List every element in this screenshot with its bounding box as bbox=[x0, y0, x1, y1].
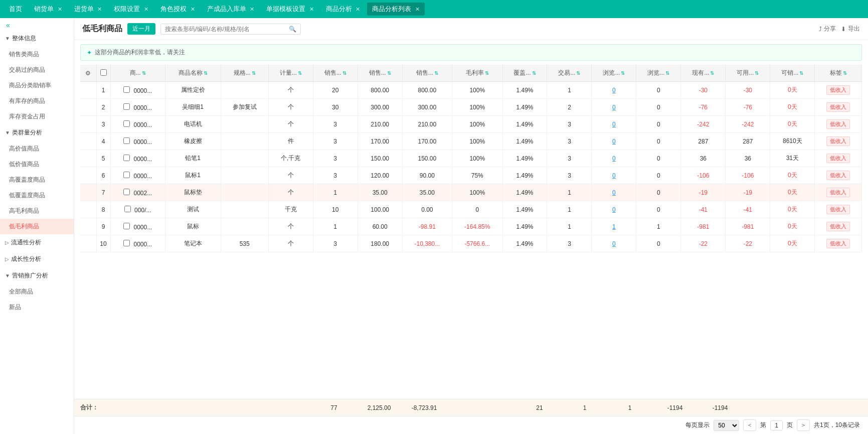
share-btn[interactable]: ⤴ 分享 bbox=[819, 25, 836, 33]
nav-product-analysis[interactable]: 商品分析 ✕ bbox=[321, 3, 366, 16]
cell-view1[interactable]: 0 bbox=[592, 133, 636, 150]
nav-permission[interactable]: 权限设置 ✕ bbox=[109, 3, 153, 16]
col-current-stock[interactable]: 现有...⇅ bbox=[681, 65, 726, 82]
nav-permission-close[interactable]: ✕ bbox=[144, 6, 148, 12]
cell-unit: 件 bbox=[268, 133, 313, 150]
col-sale-qty[interactable]: 销售...⇅ bbox=[313, 65, 358, 82]
export-btn[interactable]: ⬇ 导出 bbox=[841, 25, 860, 33]
cell-saleable-days: 0天 bbox=[770, 82, 815, 99]
sidebar-item-low-margin[interactable]: 低毛利商品 bbox=[0, 219, 74, 234]
cell-spec bbox=[221, 116, 268, 133]
nav-purchase[interactable]: 进货单 ✕ bbox=[69, 3, 107, 16]
col-gross-rate[interactable]: 毛利率⇅ bbox=[452, 65, 502, 82]
cell-view1[interactable]: 0 bbox=[592, 235, 636, 252]
cell-available-stock: -19 bbox=[726, 184, 770, 201]
sidebar-collapse-btn[interactable]: « bbox=[4, 21, 12, 29]
date-filter-btn[interactable]: 近一月 bbox=[127, 23, 155, 35]
cell-tag: 低收入 bbox=[815, 201, 862, 218]
select-all-checkbox[interactable] bbox=[100, 69, 107, 76]
cell-available-stock: -981 bbox=[726, 218, 770, 235]
col-unit[interactable]: 计量...⇅ bbox=[268, 65, 313, 82]
cell-view1[interactable]: 0 bbox=[592, 184, 636, 201]
sidebar-item-category-rate[interactable]: 商品分类助销率 bbox=[0, 78, 74, 93]
sidebar-item-sales-goods[interactable]: 销售类商品 bbox=[0, 47, 74, 62]
cell-sale-qty: 3 bbox=[313, 150, 358, 167]
cell-gross-rate: 100% bbox=[452, 133, 502, 150]
sidebar-item-low-coverage[interactable]: 低覆盖度商品 bbox=[0, 188, 74, 203]
cell-view1[interactable]: 0 bbox=[592, 82, 636, 99]
row-checkbox-3[interactable] bbox=[123, 137, 130, 144]
nav-product-in-close[interactable]: ✕ bbox=[250, 6, 254, 12]
sidebar-item-high-coverage[interactable]: 高覆盖度商品 bbox=[0, 172, 74, 188]
col-saleable-days[interactable]: 可销...⇅ bbox=[770, 65, 815, 82]
sidebar-group-cluster[interactable]: ▼ 类群量分析 bbox=[0, 124, 74, 141]
cell-trade: 2 bbox=[547, 99, 592, 116]
nav-sales[interactable]: 销货单 ✕ bbox=[29, 3, 67, 16]
nav-home[interactable]: 首页 bbox=[4, 3, 27, 16]
nav-product-in[interactable]: 产成品入库单 ✕ bbox=[202, 3, 260, 16]
nav-product-analysis-list-close[interactable]: ✕ bbox=[415, 6, 420, 12]
cell-sale-profit: 90.00 bbox=[402, 167, 452, 184]
col-spec[interactable]: 规格...⇅ bbox=[221, 65, 268, 82]
sidebar-group-circulation[interactable]: ▷ 流通性分析 bbox=[0, 234, 74, 251]
cell-code: 0000... bbox=[110, 99, 165, 116]
col-view1[interactable]: 浏览...⇅ bbox=[592, 65, 636, 82]
col-coverage[interactable]: 覆盖...⇅ bbox=[502, 65, 547, 82]
nav-product-analysis-list[interactable]: 商品分析列表 ✕ bbox=[367, 3, 425, 16]
cell-tag: 低收入 bbox=[815, 150, 862, 167]
sidebar-item-new-goods[interactable]: 新品 bbox=[0, 300, 74, 315]
cell-gross-rate: 100% bbox=[452, 184, 502, 201]
nav-role-close[interactable]: ✕ bbox=[191, 6, 195, 12]
nav-role[interactable]: 角色授权 ✕ bbox=[155, 3, 200, 16]
sidebar-item-in-stock[interactable]: 有库存的商品 bbox=[0, 93, 74, 109]
nav-purchase-close[interactable]: ✕ bbox=[97, 6, 102, 12]
cell-current-stock: 36 bbox=[681, 150, 726, 167]
cell-view1[interactable]: 0 bbox=[592, 116, 636, 133]
search-icon[interactable]: 🔍 bbox=[289, 26, 296, 33]
col-sale-amount[interactable]: 销售...⇅ bbox=[358, 65, 402, 82]
row-checkbox-7[interactable] bbox=[124, 206, 131, 212]
col-code[interactable]: 商...⇅ bbox=[110, 65, 165, 82]
cell-view1[interactable]: 1 bbox=[592, 218, 636, 235]
per-page-select[interactable]: 50 100 200 bbox=[714, 420, 739, 431]
cell-view1[interactable]: 0 bbox=[592, 167, 636, 184]
col-available-stock[interactable]: 可用...⇅ bbox=[726, 65, 770, 82]
nav-sales-close[interactable]: ✕ bbox=[58, 6, 62, 12]
col-settings[interactable]: ⚙ bbox=[80, 65, 96, 82]
row-checkbox-9[interactable] bbox=[123, 240, 130, 246]
sidebar-item-low-value[interactable]: 低价值商品 bbox=[0, 157, 74, 172]
prev-page-btn[interactable]: ＜ bbox=[743, 419, 756, 431]
sidebar-item-traded-goods[interactable]: 交易过的商品 bbox=[0, 62, 74, 78]
col-name[interactable]: 商品名称⇅ bbox=[165, 65, 221, 82]
search-input[interactable] bbox=[165, 26, 286, 33]
row-checkbox-6[interactable] bbox=[123, 189, 130, 195]
row-checkbox-8[interactable] bbox=[123, 223, 130, 229]
content-area: 低毛利商品 近一月 🔍 ⤴ 分享 ⬇ 导出 ✦ 这部分商品的利润非常低，请关注 bbox=[74, 18, 868, 434]
col-sale-profit[interactable]: 销售...⇅ bbox=[402, 65, 452, 82]
cell-view1[interactable]: 0 bbox=[592, 201, 636, 218]
col-tag[interactable]: 标签⇅ bbox=[815, 65, 862, 82]
sidebar-group-overall[interactable]: ▼ 整体信息 bbox=[0, 30, 74, 47]
cell-view1[interactable]: 0 bbox=[592, 150, 636, 167]
sidebar-item-capital[interactable]: 库存资金占用 bbox=[0, 109, 74, 124]
sidebar-group-growth[interactable]: ▷ 成长性分析 bbox=[0, 251, 74, 267]
sidebar-item-high-value[interactable]: 高价值商品 bbox=[0, 141, 74, 157]
col-view2[interactable]: 浏览...⇅ bbox=[636, 65, 681, 82]
nav-template-close[interactable]: ✕ bbox=[309, 6, 314, 12]
nav-template[interactable]: 单据模板设置 ✕ bbox=[261, 3, 319, 16]
row-checkbox-0[interactable] bbox=[123, 86, 130, 93]
sidebar-item-high-margin[interactable]: 高毛利商品 bbox=[0, 203, 74, 219]
row-checkbox-1[interactable] bbox=[123, 103, 130, 110]
cell-sale-qty: 1 bbox=[313, 184, 358, 201]
row-checkbox-2[interactable] bbox=[123, 120, 130, 127]
table-footer: 合计： 77 2,125.00 -8,723.91 21 1 1 -1194 -… bbox=[74, 399, 868, 416]
col-trade[interactable]: 交易...⇅ bbox=[547, 65, 592, 82]
row-checkbox-5[interactable] bbox=[123, 172, 130, 178]
row-checkbox-4[interactable] bbox=[123, 155, 130, 161]
next-page-btn[interactable]: ＞ bbox=[797, 419, 810, 431]
footer-sale-amount: 2,125.00 bbox=[359, 404, 399, 411]
cell-view1[interactable]: 0 bbox=[592, 99, 636, 116]
sidebar-item-all-goods[interactable]: 全部商品 bbox=[0, 284, 74, 300]
nav-product-analysis-close[interactable]: ✕ bbox=[356, 6, 360, 12]
sidebar-group-marketing[interactable]: ▼ 营销推广分析 bbox=[0, 267, 74, 284]
